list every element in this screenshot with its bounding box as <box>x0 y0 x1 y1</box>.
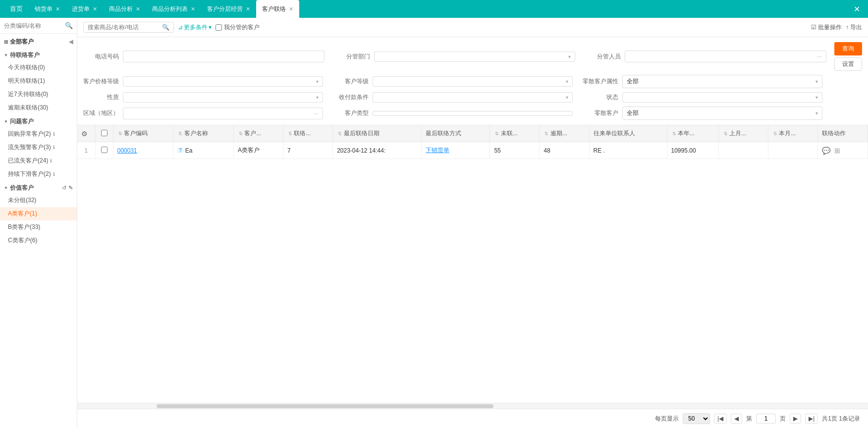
sidebar-item-近7天待联络[interactable]: 近7天待联络(0) <box>0 88 77 101</box>
customer-name: Ea <box>185 147 193 154</box>
query-btn[interactable]: 查询 <box>834 42 862 55</box>
col-name[interactable]: ⇅ 客户名称 <box>173 125 234 142</box>
chat-action-icon[interactable]: 💬 <box>822 147 830 155</box>
prev-page-btn[interactable]: ◀ <box>731 414 742 424</box>
info-icon-2[interactable]: ℹ <box>53 145 55 150</box>
grid-icon: ⊞ <box>4 39 8 45</box>
sidebar-item-今天待联络[interactable]: 今天待联络(0) <box>0 61 77 74</box>
sidebar-section-问题客户[interactable]: ▼ 问题客户 <box>0 114 77 127</box>
first-page-btn[interactable]: |◀ <box>714 414 727 424</box>
close-tab-5[interactable]: ✕ <box>289 6 293 12</box>
cell-uncontacted: 55 <box>490 142 540 159</box>
col-contact-count[interactable]: ⇅ 联络... <box>283 125 333 142</box>
sidebar-item-B类客户[interactable]: B类客户(33) <box>0 220 77 234</box>
scrollbar-thumb[interactable] <box>157 404 493 408</box>
close-tab-1[interactable]: ✕ <box>93 6 97 12</box>
customer-code-link[interactable]: 000031 <box>117 147 137 154</box>
cell-customer-type: A类客户 <box>234 142 283 159</box>
next-page-btn[interactable]: ▶ <box>790 414 801 424</box>
select-收付款条件[interactable]: ▾ <box>373 92 573 103</box>
sidebar-item-C类客户[interactable]: C类客户(6) <box>0 234 77 247</box>
sidebar-all-customers[interactable]: ⊞ 全部客户 ◀ <box>0 34 77 48</box>
sidebar-item-已流失客户[interactable]: 已流失客户(24) ℹ <box>0 154 77 167</box>
filter-field-零散客户: 零散客户 全部 ▾ <box>583 107 822 120</box>
col-customer-type[interactable]: ⇅ 客户... <box>234 125 283 142</box>
close-tab-4[interactable]: ✕ <box>246 6 250 12</box>
select-零散客户[interactable]: 全部 ▾ <box>622 107 822 120</box>
more-conditions-btn[interactable]: ⊿ 更多条件 ▾ <box>178 23 212 32</box>
main-layout: 🔍 ⊞ 全部客户 ◀ ▼ 待联络客户 今天待联络(0) 明天待联络(1) 近7天… <box>0 18 868 428</box>
col-gear[interactable]: ⚙ <box>77 125 95 142</box>
collapse-icon[interactable]: ◀ <box>69 39 73 45</box>
col-checkbox[interactable] <box>95 125 113 142</box>
sidebar-item-持续下滑客户[interactable]: 持续下滑客户(2) ℹ <box>0 167 77 181</box>
horizontal-scrollbar[interactable] <box>77 403 868 409</box>
nav-tab-销货单[interactable]: 销货单 ✕ <box>29 0 66 18</box>
sidebar-item-回购异常客户[interactable]: 回购异常客户(2) ℹ <box>0 127 77 141</box>
input-电话号码[interactable] <box>123 51 325 62</box>
filter-row-3: 性质 ▾ 收付款条件 ▾ 状态 <box>83 92 862 103</box>
my-customers-check[interactable] <box>216 24 222 31</box>
col-this-year[interactable]: ⇅ 本年... <box>667 125 718 142</box>
main-search-input[interactable] <box>88 24 162 31</box>
sidebar-item-流失预警客户[interactable]: 流失预警客户(3) ℹ <box>0 141 77 154</box>
nav-tab-进货单[interactable]: 进货单 ✕ <box>66 0 103 18</box>
sidebar-search-input[interactable] <box>4 22 65 29</box>
main-search-icon[interactable]: 🔍 <box>162 24 169 31</box>
page-number-input[interactable] <box>756 414 776 424</box>
info-icon-3[interactable]: ℹ <box>50 158 52 163</box>
select-分管人员[interactable]: ··· <box>625 51 826 62</box>
select-状态[interactable]: ▾ <box>622 92 822 103</box>
sidebar-item-A类客户[interactable]: A类客户(1) <box>0 207 77 220</box>
col-last-month[interactable]: ⇅ 上月... <box>718 125 768 142</box>
settings-btn[interactable]: 设置 <box>834 57 862 71</box>
select-all-checkbox[interactable] <box>101 130 108 136</box>
nav-tab-客户分层经营[interactable]: 客户分层经营 ✕ <box>201 0 256 18</box>
edit-icon[interactable]: ✎ <box>68 185 73 191</box>
select-客户等级[interactable]: ▾ <box>373 76 573 87</box>
per-page-select[interactable]: 50 100 200 <box>683 413 710 424</box>
sort-icon-type: ⇅ <box>239 131 243 136</box>
my-customers-checkbox[interactable]: 我分管的客户 <box>216 23 260 32</box>
select-客户类型[interactable] <box>373 111 573 116</box>
refresh-icon[interactable]: ↺ <box>62 185 66 191</box>
qr-action-icon[interactable]: ⊞ <box>834 147 840 155</box>
col-last-contact-method[interactable]: 最后联络方式 <box>422 125 490 142</box>
info-icon-1[interactable]: ℹ <box>53 131 55 137</box>
col-contact-person[interactable]: 往来单位联系人 <box>589 125 667 142</box>
row-checkbox-1[interactable] <box>101 147 108 153</box>
close-tab-2[interactable]: ✕ <box>136 6 140 12</box>
col-code[interactable]: ⇅ 客户编码 <box>113 125 173 142</box>
select-零散客户属性[interactable]: 全部 ▾ <box>622 75 822 88</box>
close-tab-0[interactable]: ✕ <box>55 6 60 12</box>
sidebar-item-明天待联络[interactable]: 明天待联络(1) <box>0 74 77 88</box>
close-tab-3[interactable]: ✕ <box>191 6 195 12</box>
select-分管部门[interactable]: ▾ <box>374 52 576 62</box>
select-区域[interactable]: ··· <box>123 107 323 119</box>
info-icon-4[interactable]: ℹ <box>53 171 55 177</box>
export-btn[interactable]: ↑ 导出 <box>846 23 862 32</box>
col-uncontacted[interactable]: ⇅ 未联... <box>490 125 540 142</box>
nav-tab-商品分析列表[interactable]: 商品分析列表 ✕ <box>146 0 201 18</box>
col-last-contact-date[interactable]: ⇅ 最后联络日期 <box>333 125 422 142</box>
sidebar-section-待联络客户[interactable]: ▼ 待联络客户 <box>0 48 77 61</box>
sidebar-item-逾期未联络[interactable]: 逾期未联络(30) <box>0 101 77 114</box>
last-page-btn[interactable]: ▶| <box>805 414 818 424</box>
cell-checkbox[interactable] <box>95 142 113 159</box>
table-gear-icon[interactable]: ⚙ <box>81 130 88 138</box>
sidebar-search-icon[interactable]: 🔍 <box>65 22 73 29</box>
label-性质: 性质 <box>83 93 123 102</box>
window-close-btn[interactable]: ✕ <box>850 4 864 14</box>
nav-tab-商品分析[interactable]: 商品分析 ✕ <box>103 0 146 18</box>
nav-tab-客户联络[interactable]: 客户联络 ✕ <box>256 0 299 18</box>
last-contact-method-link[interactable]: 下销货单 <box>426 147 449 154</box>
select-客户价格等级[interactable]: ▾ <box>123 76 323 87</box>
batch-op-btn[interactable]: ☑ 批量操作 <box>811 23 842 32</box>
sidebar-item-未分组[interactable]: 未分组(32) <box>0 194 77 207</box>
col-this-month[interactable]: ⇅ 本月... <box>768 125 817 142</box>
cell-this-year: 10995.00 <box>667 142 718 159</box>
col-overdue[interactable]: ⇅ 逾期... <box>540 125 589 142</box>
chevron-down-icon-6: ▾ <box>566 95 568 100</box>
nav-home[interactable]: 首页 <box>4 4 29 13</box>
select-性质[interactable]: ▾ <box>123 92 323 103</box>
